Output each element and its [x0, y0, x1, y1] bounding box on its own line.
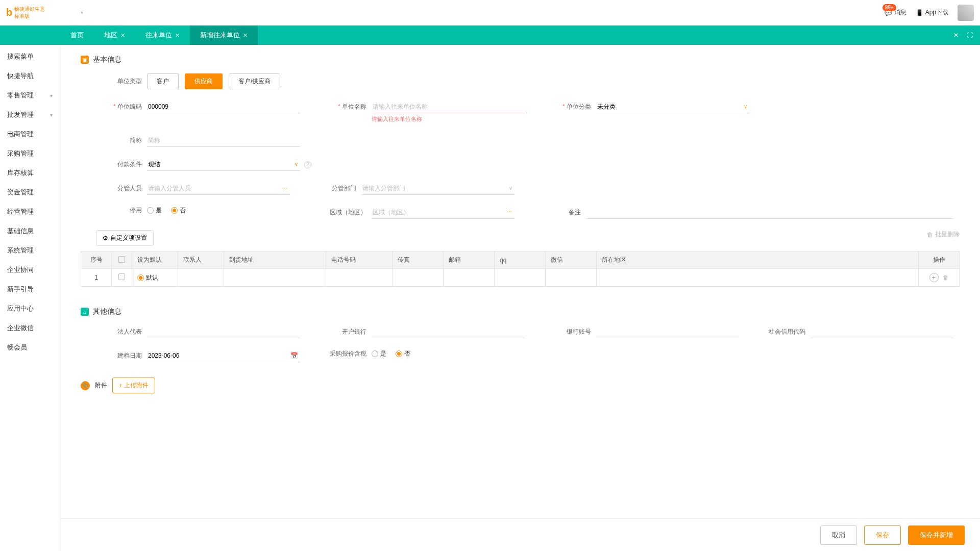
chevron-down-icon: ▾ — [81, 10, 83, 15]
radio-tax-yes[interactable]: 是 — [372, 349, 386, 358]
sidebar-item-collab[interactable]: 企业协同 — [0, 260, 60, 280]
seg-customer[interactable]: 客户 — [147, 73, 179, 89]
input-remark[interactable] — [586, 206, 953, 219]
brand-name: 畅捷通好生意 — [14, 6, 45, 13]
input-region[interactable] — [372, 206, 514, 219]
th-contact: 联系人 — [178, 252, 224, 269]
seg-both[interactable]: 客户/供应商 — [229, 73, 280, 89]
select-dept[interactable] — [361, 182, 514, 195]
label-credit: 社会信用代码 — [760, 328, 811, 336]
attachment-section: 📎 附件 + 上传附件 — [81, 378, 960, 393]
user-menu[interactable] — [958, 5, 974, 21]
radio-tax-no[interactable]: 否 — [396, 349, 410, 358]
calendar-icon[interactable]: 📅 — [290, 352, 298, 359]
input-account[interactable] — [596, 325, 739, 338]
sidebar-item-appcenter[interactable]: 应用中心 — [0, 299, 60, 318]
sidebar-item-basedata[interactable]: 基础信息 — [0, 221, 60, 241]
label-filed-date: 建档日期 — [96, 352, 147, 360]
section-icon: ▣ — [81, 56, 89, 64]
label-tax: 采购报价含税 — [321, 349, 372, 358]
tab-new-unit[interactable]: 新增往来单位✕ — [190, 26, 258, 45]
select-unit-category[interactable] — [596, 101, 749, 113]
cell-email[interactable] — [444, 269, 495, 287]
select-pay-term[interactable] — [147, 158, 300, 171]
input-short-name[interactable] — [147, 134, 300, 147]
fullscreen-icon[interactable]: ⛶ — [965, 30, 975, 41]
input-unit-name[interactable] — [372, 101, 525, 113]
tab-units[interactable]: 往来单位✕ — [135, 26, 190, 45]
input-bank[interactable] — [372, 325, 525, 338]
radio-disabled-yes[interactable]: 是 — [147, 206, 162, 215]
close-icon[interactable]: ✕ — [175, 32, 180, 39]
sidebar-item-guide[interactable]: 新手引导 — [0, 280, 60, 299]
cell-phone[interactable] — [326, 269, 393, 287]
cell-default[interactable]: 默认 — [132, 269, 178, 287]
error-unit-name: 请输入往来单位名称 — [372, 115, 422, 123]
sidebar-item-retail[interactable]: 零售管理▾ — [0, 86, 60, 105]
sidebar-item-ecommerce[interactable]: 电商管理 — [0, 124, 60, 144]
sidebar-item-quicknav[interactable]: 快捷导航 — [0, 66, 60, 86]
th-email: 邮箱 — [444, 252, 495, 269]
upload-attachment-button[interactable]: + 上传附件 — [112, 378, 155, 393]
input-filed-date[interactable] — [147, 349, 300, 362]
sidebar-item-member[interactable]: 畅会员 — [0, 338, 60, 357]
th-region: 所在地区 — [597, 252, 919, 269]
input-unit-code[interactable] — [147, 101, 300, 113]
input-manager[interactable] — [147, 182, 290, 195]
brand-edition: 标准版 — [14, 13, 45, 20]
cell-contact[interactable] — [178, 269, 224, 287]
label-remark: 备注 — [535, 208, 586, 217]
sidebar-item-inventory[interactable]: 库存核算 — [0, 163, 60, 183]
org-switcher[interactable]: ▾ — [78, 10, 83, 15]
cell-qq[interactable] — [495, 269, 546, 287]
checkbox-row[interactable] — [118, 273, 125, 280]
sidebar: 搜索菜单 快捷导航 零售管理▾ 批发管理▾ 电商管理 采购管理 库存核算 资金管… — [0, 45, 60, 551]
checkbox-all[interactable] — [118, 256, 125, 263]
sidebar-item-purchase[interactable]: 采购管理 — [0, 144, 60, 163]
app-download-button[interactable]: 📱 App下载 — [916, 8, 948, 17]
delete-row-button[interactable]: 🗑 — [943, 274, 949, 281]
caret-down-icon: ▾ — [50, 93, 53, 98]
save-and-new-button[interactable]: 保存并新增 — [908, 525, 965, 545]
cell-wechat[interactable] — [546, 269, 597, 287]
tab-home[interactable]: 首页 — [60, 26, 94, 45]
footer-bar: 取消 保存 保存并新增 — [60, 518, 980, 551]
input-legal[interactable] — [147, 325, 300, 338]
section-icon: ⌂ — [81, 308, 89, 316]
add-row-button[interactable]: + — [929, 273, 939, 282]
close-icon[interactable]: ✕ — [120, 32, 125, 39]
top-header: b 畅捷通好生意 标准版 ▾ 99+ 💬 消息 📱 App下载 — [0, 0, 980, 26]
seg-supplier[interactable]: 供应商 — [185, 73, 223, 89]
cell-region[interactable] — [597, 269, 919, 287]
input-credit[interactable] — [811, 325, 953, 338]
sidebar-item-wholesale[interactable]: 批发管理▾ — [0, 105, 60, 124]
sidebar-item-system[interactable]: 系统管理 — [0, 241, 60, 260]
tab-region[interactable]: 地区✕ — [94, 26, 135, 45]
bulk-delete-button[interactable]: 🗑 批量删除 — [927, 230, 960, 239]
sidebar-item-finance[interactable]: 资金管理 — [0, 183, 60, 202]
trash-icon: 🗑 — [927, 231, 933, 238]
th-address: 到货地址 — [224, 252, 326, 269]
app-download-label: App下载 — [925, 8, 948, 17]
cancel-button[interactable]: 取消 — [820, 525, 857, 545]
cell-address[interactable] — [224, 269, 326, 287]
custom-fields-button[interactable]: ⚙ 自定义项设置 — [96, 230, 154, 246]
radio-disabled-no[interactable]: 否 — [171, 206, 186, 215]
messages-button[interactable]: 99+ 💬 消息 — [885, 8, 906, 17]
sidebar-item-wechat[interactable]: 企业微信 — [0, 318, 60, 338]
sidebar-item-business[interactable]: 经营管理 — [0, 202, 60, 221]
phone-icon: 📱 — [916, 9, 923, 16]
help-icon[interactable]: ? — [304, 161, 311, 168]
sidebar-item-search[interactable]: 搜索菜单 — [0, 47, 60, 66]
messages-label: 消息 — [894, 8, 906, 17]
th-fax: 传真 — [393, 252, 444, 269]
th-qq: qq — [495, 252, 546, 269]
save-button[interactable]: 保存 — [864, 525, 901, 545]
th-wechat: 微信 — [546, 252, 597, 269]
top-actions: 99+ 💬 消息 📱 App下载 — [885, 5, 974, 21]
tab-bar: 首页 地区✕ 往来单位✕ 新增往来单位✕ ✕ ⛶ — [0, 26, 980, 45]
cell-fax[interactable] — [393, 269, 444, 287]
close-all-tabs-button[interactable]: ✕ — [951, 30, 961, 41]
th-actions: 操作 — [919, 252, 960, 269]
close-icon[interactable]: ✕ — [243, 32, 248, 39]
